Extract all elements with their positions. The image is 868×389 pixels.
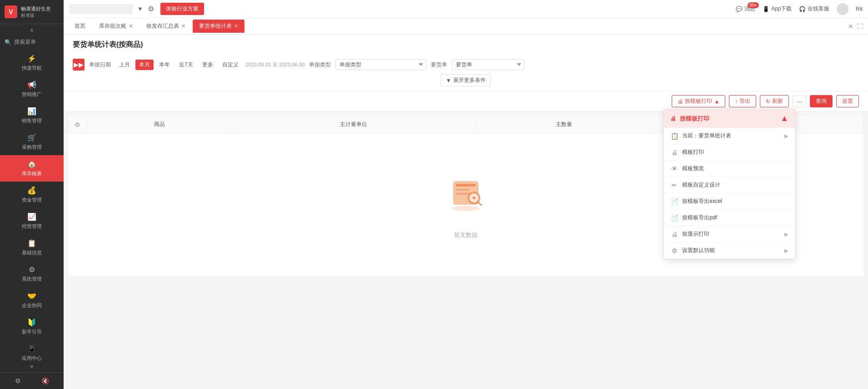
sidebar-item-guide[interactable]: 🔰 新手引导 [0,313,64,340]
more-options-btn[interactable]: ··· [793,96,806,107]
refresh-icon: ↻ [766,98,770,105]
print-header-icon: 🖨 [670,115,676,122]
app-logo-icon: V [5,5,17,18]
sidebar-item-collab[interactable]: 🤝 企业协同 [0,287,64,313]
print-btn[interactable]: 🖨 按模板打印 ▲ [672,95,725,107]
sidebar-logo: V 畅康通好生意 标准版 [0,0,64,24]
tab-requisition-stats[interactable]: 要货单统计表 ✕ [193,20,244,33]
empty-text: 暂无数据 [454,231,478,239]
download-icon: 📱 [763,6,769,12]
date-tab-this-month[interactable]: 本月 [135,60,154,70]
purchase-icon: 🛒 [27,133,36,142]
date-tabs: 上月 本月 本年 近7天 更多 自定义 2023-06-01 至 2023-06… [115,60,304,70]
topbar-dropdown-button[interactable]: ▼ [137,5,143,12]
sidebar-item-appstore[interactable]: 📱 应用中心 [0,340,64,362]
tab-batch-account[interactable]: 库存批次账 ✕ [93,20,139,33]
export-icon: ↑ [735,98,738,105]
template-print-item[interactable]: 🖨 模板打印 [664,144,795,161]
close-receipt-summary-icon[interactable]: ✕ [181,23,185,29]
filter-expand-icon[interactable]: ▶▶ [73,59,85,71]
export-excel-icon: 📄 [670,198,678,205]
inventory-icon: 🏠 [27,160,36,168]
expand-down-icon: ▼ [446,77,451,84]
expand-more-conditions-btn[interactable]: ▼ 展开更多条件 [441,74,491,86]
settings-footer-icon[interactable]: ⚙ [15,377,21,384]
sidebar-scroll-down[interactable]: ▼ [0,362,64,372]
message-button[interactable]: 💬 消息 99+ [736,5,755,13]
filter-bar: ▶▶ 单据日期 上月 本月 本年 近7天 更多 自定义 2023-06-01 至… [64,54,868,91]
date-tab-prev-month[interactable]: 上月 [115,60,134,70]
date-tab-more[interactable]: 更多 [199,60,217,70]
basic-icon: 📋 [27,239,36,248]
template-design-item[interactable]: ✏ 模板自定义设计 [664,177,795,193]
sidebar-footer: ⚙ 🔇 [0,372,64,389]
date-tab-this-year[interactable]: 本年 [155,60,174,70]
main-area: ▼ ⚙ 体验行业方案 💬 消息 99+ 📱 App下载 🎧 在线客服 Rit [64,0,868,389]
sidebar-item-finance[interactable]: 💰 资金管理 [0,182,64,208]
display-print-item[interactable]: 🖨 按显示打印 ▶ [664,226,795,242]
date-range-display: 2023-06-01 至 2023-06-30 [246,61,305,68]
tab-window-controls: ✕ ⛶ [848,23,863,30]
message-icon: 💬 [736,6,743,12]
type-filter-label: 单据类型 [309,61,331,69]
page-title: 要货单统计表(按商品) [73,40,859,54]
close-window-icon[interactable]: ✕ [848,23,853,30]
col-unit-header: 主计量单位 [232,116,475,133]
sidebar-search-item[interactable]: 🔍 搜索菜单 [0,35,64,50]
export-excel-item[interactable]: 📄 按模板导出excel [664,193,795,210]
filter-row-1: ▶▶ 单据日期 上月 本月 本年 近7天 更多 自定义 2023-06-01 至… [73,59,859,71]
sidebar-item-inventory[interactable]: 🏠 库存核算 [0,155,64,182]
sidebar-item-sales[interactable]: 📊 销售管理 [0,102,64,129]
query-btn[interactable]: 查询 [810,95,833,107]
sidebar-scroll-up[interactable]: ▲ [0,24,64,35]
close-batch-account-icon[interactable]: ✕ [129,23,133,29]
default-function-icon: ⚙ [670,247,678,254]
quick-nav-icon: ⚡ [27,54,36,63]
date-tab-last-7[interactable]: 近7天 [175,60,197,70]
tab-home[interactable]: 首页 [68,20,92,33]
tab-receipt-summary[interactable]: 收发存汇总表 ✕ [140,20,192,33]
current-template-chevron: ▶ [784,133,788,139]
print-dropdown-close-icon[interactable]: ▲ [780,114,788,123]
current-template-item[interactable]: 📋 当前：要货单统计表 ▶ [664,128,795,144]
collab-icon: 🤝 [27,292,36,300]
col-settings-header[interactable]: ⚙ [68,116,87,133]
export-btn[interactable]: ↑ 导出 [729,95,756,107]
sidebar-item-marketing[interactable]: 📢 营销推广 [0,76,64,102]
close-requisition-stats-icon[interactable]: ✕ [234,23,238,29]
dots-icon: ··· [797,98,802,105]
current-template-icon: 📋 [670,132,678,140]
print-dropdown-popup: 🖨 按模板打印 ▲ 📋 当前：要货单统计表 ▶ 🖨 模板打印 [663,109,795,259]
topbar-search-input[interactable] [69,4,133,14]
template-preview-icon: 👁 [670,165,678,172]
app-download-button[interactable]: 📱 App下载 [763,5,792,13]
col-product-header: 商品 [87,116,232,133]
sidebar-item-purchase[interactable]: 🛒 采购管理 [0,129,64,155]
date-tab-custom[interactable]: 自定义 [219,60,242,70]
settings-toolbar-btn[interactable]: 设置 [836,95,859,107]
template-preview-item[interactable]: 👁 模板预览 [664,161,795,177]
requisition-filter-select[interactable]: 要货单 [452,59,524,70]
sound-footer-icon[interactable]: 🔇 [41,377,49,384]
sidebar-item-basic[interactable]: 📋 基础信息 [0,234,64,261]
refresh-btn[interactable]: ↻ 刷新 [760,95,789,107]
display-print-chevron: ▶ [784,231,788,237]
column-settings-icon[interactable]: ⚙ [75,121,80,128]
template-design-icon: ✏ [670,182,678,189]
sidebar-nav: ⚡ 快捷导航 📢 营销推广 📊 销售管理 🛒 采购管理 🏠 库存核算 💰 资金管… [0,50,64,362]
requisition-filter-label: 要货单 [431,61,447,69]
marketing-icon: 📢 [27,81,36,89]
app-logo-text: 畅康通好生意 标准版 [21,5,51,18]
default-function-item[interactable]: ⚙ 设置默认功能 ▶ [664,242,795,259]
trial-btn[interactable]: 体验行业方案 [160,3,204,15]
sidebar-item-operations[interactable]: 📈 经营管理 [0,208,64,234]
online-service-button[interactable]: 🎧 在线客服 [799,5,829,13]
sidebar-item-system[interactable]: ⚙ 系统管理 [0,261,64,287]
maximize-window-icon[interactable]: ⛶ [857,23,863,30]
topbar-settings-button[interactable]: ⚙ [148,5,154,13]
avatar[interactable] [837,3,848,15]
sidebar-item-quick-nav[interactable]: ⚡ 快捷导航 [0,50,64,76]
gear-icon: ⚙ [148,5,154,13]
type-filter-select[interactable]: 单据类型 [335,59,426,70]
export-pdf-item[interactable]: 📄 按模板导出pdf [664,210,795,226]
